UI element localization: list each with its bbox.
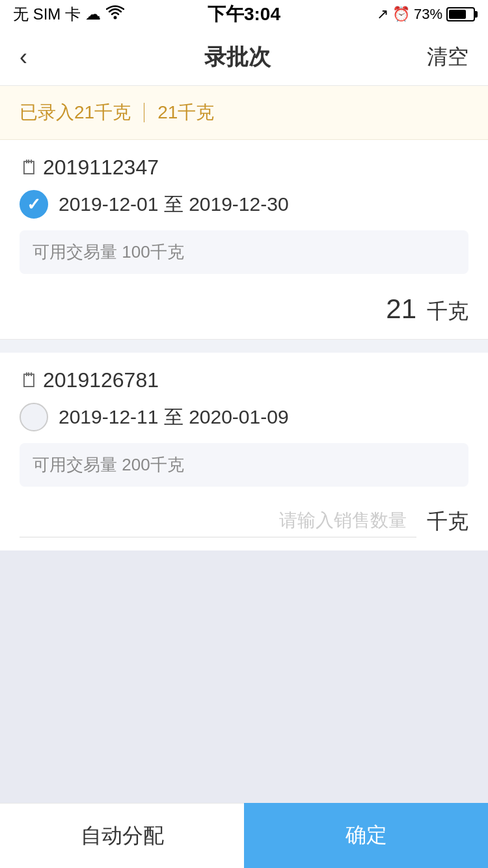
- batch-2-header: 🗒 2019126781: [0, 353, 488, 399]
- batch-item-1: 🗒 2019112347 2019-12-01 至 2019-12-30 可用交…: [0, 140, 488, 340]
- batch-2-unit: 千克: [427, 508, 468, 536]
- status-right: ↗ ⏰ 73%: [377, 6, 475, 23]
- batch-1-id: 2019112347: [43, 156, 159, 180]
- page-title: 录批次: [204, 42, 271, 72]
- alarm-icon: ⏰: [392, 6, 410, 23]
- summary-amount: 21千克: [157, 100, 214, 125]
- status-left: 无 SIM 卡 ☁: [13, 4, 124, 25]
- batch-1-unit: 千克: [427, 297, 468, 326]
- summary-divider: [144, 103, 144, 122]
- batch-2-qty-input[interactable]: [20, 506, 416, 537]
- bottom-buttons: 自动分配 确定: [0, 803, 488, 868]
- svg-point-0: [113, 16, 116, 20]
- back-button[interactable]: ‹: [20, 44, 59, 71]
- batch-1-quantity: 21: [386, 293, 416, 325]
- auto-distribute-button[interactable]: 自动分配: [0, 803, 244, 868]
- batch-1-available: 可用交易量 100千克: [20, 230, 468, 274]
- content-area: 🗒 2019112347 2019-12-01 至 2019-12-30 可用交…: [0, 140, 488, 868]
- battery-icon: [446, 7, 475, 21]
- batch-id-icon-1: 🗒: [20, 157, 39, 179]
- battery-percent: 73%: [414, 6, 442, 23]
- summary-banner: 已录入21千克 21千克: [0, 86, 488, 140]
- nav-bar: ‹ 录批次 清空: [0, 29, 488, 86]
- no-sim-text: 无 SIM 卡 ☁: [13, 4, 101, 25]
- batch-2-radio[interactable]: [20, 403, 48, 431]
- batch-item-2: 🗒 2019126781 2019-12-11 至 2020-01-09 可用交…: [0, 353, 488, 550]
- wifi-icon: [106, 5, 124, 23]
- batch-1-date: 2019-12-01 至 2019-12-30: [59, 191, 289, 218]
- confirm-button[interactable]: 确定: [244, 803, 488, 868]
- status-bar: 无 SIM 卡 ☁ 下午3:04 ↗ ⏰ 73%: [0, 0, 488, 29]
- section-separator: [0, 340, 488, 353]
- batch-2-available: 可用交易量 200千克: [20, 443, 468, 487]
- batch-2-date-row: 2019-12-11 至 2020-01-09: [0, 399, 488, 438]
- batch-1-value-row: 21 千克: [0, 283, 488, 340]
- empty-area: [0, 550, 488, 824]
- batch-id-icon-2: 🗒: [20, 370, 39, 392]
- batch-2-id: 2019126781: [43, 368, 159, 392]
- recorded-label: 已录入21千克: [20, 100, 131, 125]
- status-time: 下午3:04: [208, 2, 280, 27]
- batch-2-date: 2019-12-11 至 2020-01-09: [59, 404, 289, 431]
- battery-fill: [449, 10, 466, 19]
- location-icon: ↗: [377, 6, 388, 23]
- batch-1-header: 🗒 2019112347: [0, 140, 488, 186]
- batch-1-radio[interactable]: [20, 190, 48, 219]
- batch-1-date-row: 2019-12-01 至 2019-12-30: [0, 186, 488, 225]
- batch-2-input-row: 千克: [0, 496, 488, 550]
- clear-button[interactable]: 清空: [416, 43, 468, 72]
